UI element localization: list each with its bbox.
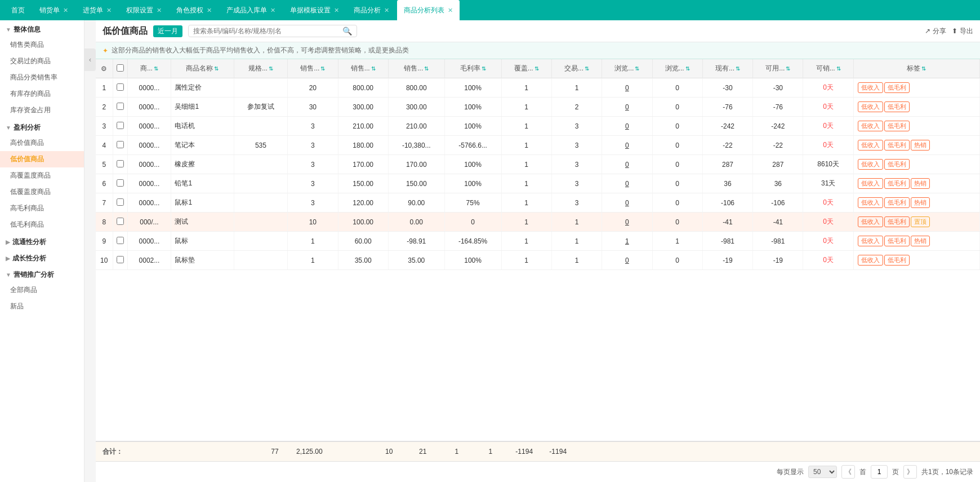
cell-spec bbox=[234, 155, 288, 174]
close-icon[interactable]: ✕ bbox=[63, 7, 68, 14]
cell-sellable: 0天 bbox=[803, 78, 853, 98]
sidebar-group-growth[interactable]: ▶ 成长性分析 bbox=[0, 249, 84, 266]
cell-tags: 低收入低毛利 bbox=[853, 78, 979, 98]
row-checkbox[interactable] bbox=[117, 198, 124, 206]
nav-product-analysis[interactable]: 商品分析 ✕ bbox=[347, 0, 396, 20]
sidebar-item-category-sales[interactable]: 商品分类销售率 bbox=[0, 69, 84, 86]
col-coverage[interactable]: 覆盖...⇅ bbox=[501, 59, 551, 78]
days-badge: 0天 bbox=[823, 198, 834, 206]
close-icon[interactable]: ✕ bbox=[207, 7, 212, 14]
sidebar-item-high-value[interactable]: 高价值商品 bbox=[0, 135, 84, 151]
nav-role[interactable]: 角色授权 ✕ bbox=[170, 0, 219, 20]
filter-tag-recent[interactable]: 近一月 bbox=[153, 25, 182, 37]
col-available[interactable]: 可用...⇅ bbox=[753, 59, 803, 78]
close-icon[interactable]: ✕ bbox=[106, 7, 112, 14]
page-input[interactable] bbox=[871, 465, 888, 479]
cell-view1: 0 bbox=[602, 136, 652, 155]
sidebar-item-stock-funds[interactable]: 库存资金占用 bbox=[0, 102, 84, 118]
sidebar-item-all-products[interactable]: 全部商品 bbox=[0, 282, 84, 298]
view1-link[interactable]: 0 bbox=[625, 141, 629, 149]
view1-link[interactable]: 0 bbox=[625, 84, 629, 92]
view1-link[interactable]: 0 bbox=[625, 257, 629, 264]
view1-link[interactable]: 0 bbox=[625, 199, 629, 207]
view1-link[interactable]: 0 bbox=[625, 122, 629, 130]
row-checkbox[interactable] bbox=[117, 237, 124, 244]
cell-trade: 3 bbox=[551, 174, 602, 193]
view1-link[interactable]: 0 bbox=[625, 103, 629, 111]
cell-current: -41 bbox=[702, 213, 752, 232]
col-gear[interactable]: ⚙ bbox=[96, 59, 113, 78]
export-button[interactable]: ⬆ 导出 bbox=[952, 26, 973, 36]
row-checkbox[interactable] bbox=[117, 122, 124, 129]
sidebar-item-high-coverage[interactable]: 高覆盖度商品 bbox=[0, 167, 84, 184]
cell-coverage: 1 bbox=[501, 78, 551, 98]
search-icon[interactable]: 🔍 bbox=[342, 26, 352, 36]
cell-name: 笔记本 bbox=[171, 136, 234, 155]
view1-link[interactable]: 0 bbox=[625, 180, 629, 188]
nav-product-list[interactable]: 商品分析列表 ✕ bbox=[397, 0, 460, 20]
row-checkbox[interactable] bbox=[117, 141, 124, 148]
sidebar-item-in-stock[interactable]: 有库存的商品 bbox=[0, 86, 84, 102]
sidebar-item-traded[interactable]: 交易过的商品 bbox=[0, 53, 84, 69]
view1-link[interactable]: 0 bbox=[625, 218, 629, 226]
col-tags[interactable]: 标签⇅ bbox=[853, 59, 979, 78]
cell-tags: 低收入低毛利 bbox=[853, 98, 979, 117]
cell-num: 9 bbox=[96, 232, 113, 251]
col-name[interactable]: 商品名称⇅ bbox=[171, 59, 234, 78]
share-button[interactable]: ↗ 分享 bbox=[925, 26, 946, 36]
close-icon[interactable]: ✕ bbox=[334, 7, 339, 14]
close-icon[interactable]: ✕ bbox=[448, 7, 453, 14]
sidebar-group-circulation[interactable]: ▶ 流通性分析 bbox=[0, 233, 84, 249]
cell-margin-rate: 100% bbox=[444, 117, 501, 136]
select-all-checkbox[interactable] bbox=[117, 64, 124, 72]
sidebar-item-low-value[interactable]: 低价值商品 bbox=[0, 151, 84, 167]
col-current[interactable]: 现有...⇅ bbox=[702, 59, 752, 78]
col-sales-avg[interactable]: 销售...⇅ bbox=[388, 59, 444, 78]
col-sales-qty[interactable]: 销售...⇅ bbox=[288, 59, 338, 78]
days-badge: 31天 bbox=[821, 179, 835, 187]
cell-tags: 低收入低毛利 bbox=[853, 155, 979, 174]
close-icon[interactable]: ✕ bbox=[384, 7, 389, 14]
sidebar-item-low-margin[interactable]: 低毛利商品 bbox=[0, 216, 84, 233]
col-view1[interactable]: 浏览...⇅ bbox=[602, 59, 652, 78]
nav-warehouse[interactable]: 产成品入库单 ✕ bbox=[220, 0, 282, 20]
sidebar-item-high-margin[interactable]: 高毛利商品 bbox=[0, 200, 84, 216]
close-icon[interactable]: ✕ bbox=[270, 7, 275, 14]
row-checkbox[interactable] bbox=[117, 103, 124, 110]
search-input[interactable] bbox=[193, 27, 340, 35]
row-checkbox[interactable] bbox=[117, 83, 124, 91]
sidebar-item-sales-products[interactable]: 销售类商品 bbox=[0, 37, 84, 53]
col-margin-rate[interactable]: 毛利率⇅ bbox=[444, 59, 501, 78]
sidebar-group-profit[interactable]: ▼ 盈利分析 bbox=[0, 118, 84, 135]
close-icon[interactable]: ✕ bbox=[157, 7, 162, 14]
nav-permission[interactable]: 权限设置 ✕ bbox=[119, 0, 168, 20]
row-checkbox[interactable] bbox=[117, 256, 124, 263]
sidebar-item-new-products[interactable]: 新品 bbox=[0, 298, 84, 315]
view1-link[interactable]: 0 bbox=[625, 161, 629, 169]
first-page-button[interactable]: 《 bbox=[841, 465, 855, 479]
nav-template[interactable]: 单据模板设置 ✕ bbox=[283, 0, 346, 20]
cell-sales-qty: 30 bbox=[288, 98, 338, 117]
view1-link[interactable]: 1 bbox=[625, 237, 629, 245]
sidebar-group-overview[interactable]: ▼ 整体信息 bbox=[0, 20, 84, 37]
col-view2[interactable]: 浏览...⇅ bbox=[652, 59, 702, 78]
table-row: 5 0000... 橡皮擦 3 170.00 170.00 100% 1 3 0… bbox=[96, 155, 980, 174]
sidebar-group-marketing[interactable]: ▼ 营销推广分析 bbox=[0, 266, 84, 282]
row-checkbox[interactable] bbox=[117, 179, 124, 187]
nav-purchase[interactable]: 进货单 ✕ bbox=[76, 0, 118, 20]
cell-sales-avg: 0.00 bbox=[388, 213, 444, 232]
next-page-button[interactable]: 》 bbox=[903, 465, 917, 479]
sidebar-collapse-button[interactable]: ‹ bbox=[84, 48, 96, 71]
row-checkbox[interactable] bbox=[117, 218, 124, 225]
sidebar-item-low-coverage[interactable]: 低覆盖度商品 bbox=[0, 184, 84, 200]
nav-sales[interactable]: 销货单 ✕ bbox=[33, 0, 75, 20]
col-sellable[interactable]: 可销...⇅ bbox=[803, 59, 853, 78]
row-checkbox[interactable] bbox=[117, 160, 124, 167]
col-trade[interactable]: 交易...⇅ bbox=[551, 59, 602, 78]
per-page-select[interactable]: 50 100 200 bbox=[808, 466, 837, 478]
col-code[interactable]: 商...⇅ bbox=[127, 59, 171, 78]
col-sales-amt[interactable]: 销售...⇅ bbox=[338, 59, 388, 78]
col-spec[interactable]: 规格...⇅ bbox=[234, 59, 288, 78]
content-header: 低价值商品 近一月 🔍 ↗ 分享 ⬆ 导出 bbox=[96, 20, 980, 42]
nav-home[interactable]: 首页 bbox=[5, 0, 32, 20]
